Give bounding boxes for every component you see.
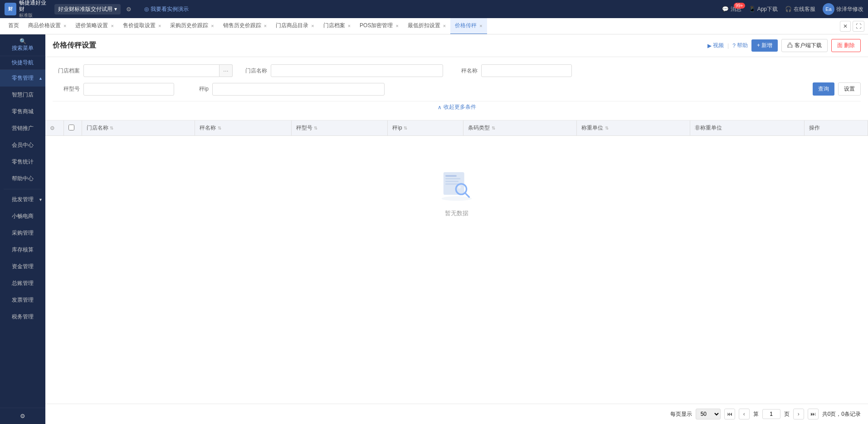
table-header: ⚙ 门店名称 ⇅ 秤名称 ⇅ (45, 120, 868, 136)
tab-bar: 首页 商品价格设置 × 进价策略设置 × 售价提取设置 × 采购历史价跟踪 × … (0, 18, 868, 34)
app-logo: 财 畅捷通好业财 标准版 (5, 0, 50, 19)
tab-pos-management[interactable]: POS加密管理 × (355, 18, 403, 34)
video-link[interactable]: ▶ 视频 (707, 42, 724, 49)
page-suffix: 页 (784, 410, 790, 418)
tab-price-scale[interactable]: 价格传秤 × (450, 18, 487, 34)
tab-close-sale-extract[interactable]: × (158, 23, 161, 29)
sidebar-item-general-ledger[interactable]: 总账管理 (0, 275, 45, 292)
tab-purchase-strategy[interactable]: 进价策略设置 × (71, 18, 118, 34)
page-number-input[interactable] (762, 409, 780, 419)
search-form: 门店档案 ··· 门店名称 秤名称 秤型号 (45, 57, 868, 120)
next-page-button[interactable]: › (793, 409, 804, 419)
user-avatar: Ea (823, 3, 834, 15)
last-page-button[interactable]: ⏭ (808, 409, 819, 419)
store-name-input[interactable] (271, 64, 443, 77)
data-table: ⚙ 门店名称 ⇅ 秤名称 ⇅ (45, 120, 868, 245)
user-profile[interactable]: Ea 徐泽华修改 (823, 3, 863, 15)
tab-purchase-history[interactable]: 采购历史价跟踪 × (166, 18, 218, 34)
add-button[interactable]: + 新增 (751, 39, 778, 52)
prev-page-button[interactable]: ‹ (739, 409, 750, 419)
sidebar-item-retail-mall[interactable]: 零售商城 (0, 103, 45, 120)
tab-close-button[interactable]: ✕ (840, 21, 851, 32)
svg-point-0 (441, 196, 472, 201)
delete-button[interactable]: 面 删除 (831, 39, 861, 52)
app-download-action[interactable]: 📱 App下载 (749, 5, 778, 13)
tab-close-price-scale[interactable]: × (479, 23, 482, 29)
store-archive-select-btn[interactable]: ··· (219, 64, 233, 77)
tab-store-catalog[interactable]: 门店商品目录 × (271, 18, 318, 34)
top-header: 财 畅捷通好业财 标准版 好业财标准版交付试用 ▾ ⚙ ◎ 我要看实例演示 💬 … (0, 0, 868, 18)
sidebar-item-finance[interactable]: 资金管理 (0, 258, 45, 275)
collapse-bar[interactable]: ∧ 收起更多条件 (53, 101, 861, 113)
sidebar-item-inventory[interactable]: 库存核算 (0, 241, 45, 258)
sidebar-item-invoice[interactable]: 发票管理 (0, 292, 45, 308)
sort-scale-name-icon[interactable]: ⇅ (218, 125, 221, 130)
tab-product-price[interactable]: 商品价格设置 × (24, 18, 71, 34)
tab-maximize-button[interactable]: ⛶ (853, 21, 864, 32)
select-all-checkbox[interactable] (68, 125, 74, 130)
tab-close-store-catalog[interactable]: × (311, 23, 314, 29)
sort-scale-model-icon[interactable]: ⇅ (314, 125, 317, 130)
tab-close-product-price[interactable]: × (63, 23, 66, 29)
tab-home[interactable]: 首页 (4, 18, 24, 34)
main-layout: 🔍 搜索菜单 快捷导航 零售管理 智慧门店 零售商城 营销推广 会员中心 零售统… (0, 34, 868, 424)
tab-close-sales-history[interactable]: × (264, 23, 267, 29)
scale-model-input[interactable] (83, 83, 174, 96)
sidebar-quick-nav[interactable]: 快捷导航 (0, 56, 45, 70)
help-link[interactable]: ? 帮助 (732, 42, 748, 49)
svg-rect-4 (445, 181, 458, 182)
sort-barcode-type-icon[interactable]: ⇅ (492, 125, 495, 130)
scale-name-input[interactable] (481, 64, 572, 77)
sidebar-item-member-center[interactable]: 会员中心 (0, 137, 45, 154)
message-action[interactable]: 💬 消息 99+ (722, 5, 741, 13)
sidebar-item-ecommerce[interactable]: 小畅电商 (0, 208, 45, 225)
tab-store-archive[interactable]: 门店档案 × (319, 18, 355, 34)
download-client-button[interactable]: 凸 客户端下载 (781, 39, 827, 52)
sort-weight-unit-icon[interactable]: ⇅ (605, 125, 609, 130)
store-archive-input[interactable] (83, 64, 219, 77)
content-area: 价格传秤设置 ▶ 视频 | ? 帮助 + 新增 凸 客户端下载 面 (45, 34, 868, 424)
settings-icon-button[interactable]: ⚙ (122, 3, 135, 15)
page-size-select[interactable]: 50 10 20 100 (696, 409, 721, 419)
sidebar-item-smart-store[interactable]: 智慧门店 (0, 87, 45, 103)
empty-state: 暂无数据 (45, 136, 868, 245)
sidebar-item-wholesale-management[interactable]: 批发管理 (0, 191, 45, 208)
tab-close-purchase-strategy[interactable]: × (111, 23, 113, 29)
first-page-button[interactable]: ⏮ (724, 409, 735, 419)
table-body: 暂无数据 (45, 136, 868, 245)
sort-store-name-icon[interactable]: ⇅ (110, 125, 113, 130)
settings-button[interactable]: 设置 (838, 82, 861, 96)
tab-min-discount[interactable]: 最低折扣设置 × (403, 18, 450, 34)
th-store-name: 门店名称 ⇅ (82, 120, 195, 136)
empty-text: 暂无数据 (445, 209, 468, 217)
tab-close-min-discount[interactable]: × (443, 23, 446, 29)
column-settings-icon[interactable]: ⚙ (50, 125, 55, 131)
tab-close-store-archive[interactable]: × (348, 23, 351, 29)
scale-ip-input[interactable] (212, 83, 385, 96)
page-actions: ▶ 视频 | ? 帮助 + 新增 凸 客户端下载 面 删除 (707, 39, 861, 52)
svg-line-7 (465, 193, 469, 197)
separator: | (727, 42, 729, 49)
sidebar-item-help-center[interactable]: 帮助中心 (0, 170, 45, 187)
tab-sale-extract[interactable]: 售价提取设置 × (118, 18, 166, 34)
store-archive-field: 门店档案 ··· (53, 64, 233, 77)
logo-icon: 财 (5, 3, 16, 15)
tab-close-pos-management[interactable]: × (395, 23, 398, 29)
sidebar-item-purchase-management[interactable]: 采购管理 (0, 225, 45, 241)
sort-scale-ip-icon[interactable]: ⇅ (404, 125, 407, 130)
sidebar-item-retail-stats[interactable]: 零售统计 (0, 154, 45, 170)
tab-close-purchase-history[interactable]: × (211, 23, 214, 29)
page-size-label: 每页显示 (670, 410, 692, 418)
tab-sales-history[interactable]: 销售历史价跟踪 × (219, 18, 271, 34)
sidebar-item-marketing[interactable]: 营销推广 (0, 120, 45, 137)
store-name-label: 门店名称 (240, 67, 267, 75)
sidebar-item-tax[interactable]: 税务管理 (0, 308, 45, 325)
th-barcode-type: 条码类型 ⇅ (463, 120, 577, 136)
query-button[interactable]: 查询 (813, 82, 834, 96)
version-selector[interactable]: 好业财标准版交付试用 ▾ (54, 4, 121, 14)
sidebar-item-retail-management[interactable]: 零售管理 (0, 70, 45, 87)
sidebar-search[interactable]: 🔍 搜索菜单 (0, 34, 45, 56)
sidebar-gear-icon[interactable]: ⚙ (0, 408, 45, 424)
demo-link[interactable]: ◎ 我要看实例演示 (144, 5, 189, 13)
online-service-action[interactable]: 🎧 在线客服 (785, 5, 815, 13)
